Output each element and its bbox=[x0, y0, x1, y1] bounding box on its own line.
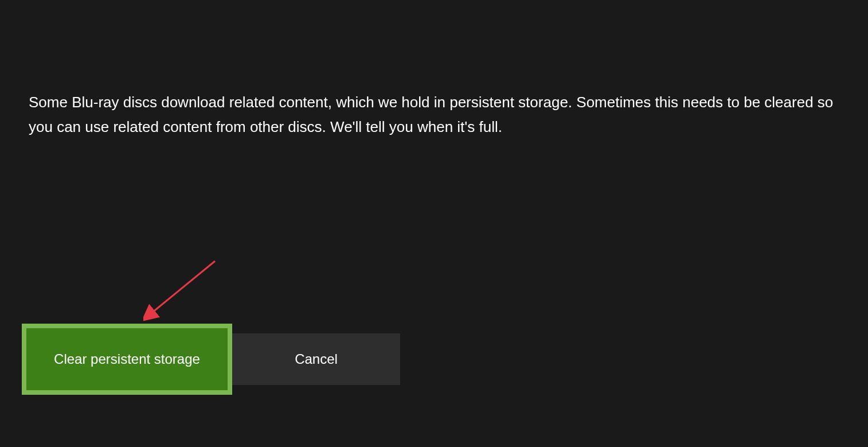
svg-line-1 bbox=[152, 261, 215, 313]
clear-persistent-storage-button[interactable]: Clear persistent storage bbox=[22, 324, 232, 395]
clear-persistent-storage-button-inner: Clear persistent storage bbox=[26, 328, 228, 390]
clear-persistent-storage-label: Clear persistent storage bbox=[54, 351, 200, 367]
button-row: Clear persistent storage Cancel bbox=[22, 324, 400, 395]
annotation-arrow-icon bbox=[143, 258, 224, 321]
cancel-button-label: Cancel bbox=[295, 351, 338, 367]
dialog-description: Some Blu-ray discs download related cont… bbox=[29, 90, 839, 139]
cancel-button[interactable]: Cancel bbox=[232, 333, 400, 385]
